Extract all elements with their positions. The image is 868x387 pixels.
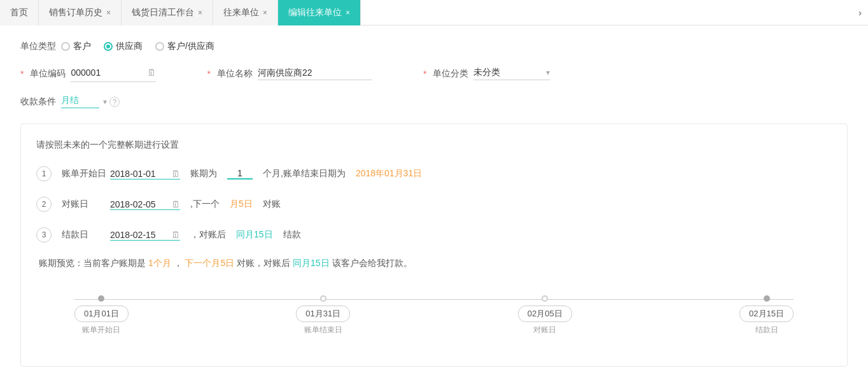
tab-more-button[interactable]: › — [852, 0, 868, 25]
tab-cash-work[interactable]: 钱货日清工作台 × — [122, 0, 213, 25]
preview-end: 该客户会给我打款。 — [332, 258, 412, 268]
timeline-label-1: 账单结束日 — [304, 325, 342, 335]
tab-cash-work-label: 钱货日清工作台 — [132, 7, 194, 18]
timeline-point-2: 02月05日 对账日 — [518, 290, 572, 335]
timeline-container: 01月01日 账单开始日 01月31日 账单结束日 02月05日 对账日 — [36, 285, 832, 356]
step-3-label: 结款日 — [62, 229, 100, 241]
unit-code-group: * 单位编码 🗓 — [20, 65, 156, 82]
step-3-highlight: 同月15日 — [236, 229, 273, 241]
step-3-desc-after: 结款 — [283, 229, 301, 241]
timeline-point-0: 01月01日 账单开始日 — [74, 290, 129, 335]
radio-supplier-circle — [104, 42, 113, 51]
step-1-date-field[interactable] — [110, 169, 167, 179]
unit-name-star: * — [207, 69, 210, 79]
tab-edit-partner-label: 编辑往来单位 — [288, 7, 342, 18]
section-title: 请按照未来的一个完整帐期进行设置 — [36, 139, 832, 151]
unit-type-radio-group: 客户 供应商 客户/供应商 — [61, 41, 214, 52]
page-content: 单位类型 客户 供应商 客户/供应商 * 单位编码 🗓 — [0, 25, 868, 387]
step-2-desc-after: 对账 — [263, 199, 281, 210]
tab-more-icon: › — [858, 8, 862, 18]
unit-classify-chevron: ▾ — [546, 68, 550, 77]
radio-customer[interactable]: 客户 — [61, 41, 91, 52]
unit-type-row: 单位类型 客户 供应商 客户/供应商 — [20, 41, 848, 52]
payment-terms-chevron: ▾ — [103, 97, 107, 106]
timeline-badge-3: 02月15日 — [739, 306, 794, 322]
timeline-dot-1 — [320, 295, 326, 302]
unit-classify-label: 单位分类 — [433, 68, 468, 80]
step-2-desc-before: ,下一个 — [190, 199, 220, 210]
timeline-label-2: 对账日 — [533, 325, 556, 335]
preview-comma1: ， — [174, 258, 183, 268]
step-1-period-label: 账期为 — [190, 168, 217, 179]
payment-terms-row: 收款条件 月结 ▾ ? — [20, 95, 848, 108]
preview-text: 账期预览：当前客户账期是 1个月 ， 下一个月5日 对账，对账后 同月15日 该… — [36, 258, 832, 269]
step-2-num: 2 — [36, 197, 52, 212]
unit-name-group: * 单位名称 — [207, 67, 372, 80]
unit-code-star: * — [20, 69, 24, 79]
payment-terms-help-icon[interactable]: ? — [109, 97, 120, 107]
timeline-badge-1: 01月31日 — [296, 306, 350, 322]
account-period-section: 请按照未来的一个完整帐期进行设置 1 账单开始日 🗓 账期为 个月,账单结束日期… — [20, 123, 848, 367]
timeline-points: 01月01日 账单开始日 01月31日 账单结束日 02月05日 对账日 — [74, 290, 794, 335]
tab-partner-unit[interactable]: 往来单位 × — [213, 0, 278, 25]
timeline-label-0: 账单开始日 — [82, 325, 120, 335]
preview-part1: 1个月 — [148, 258, 171, 268]
tab-partner-unit-close[interactable]: × — [263, 9, 267, 17]
timeline-dot-3 — [764, 295, 770, 302]
step-1-label: 账单开始日 — [62, 168, 100, 179]
step-3-date-field[interactable] — [110, 230, 167, 240]
preview-part3: 同月15日 — [293, 258, 330, 268]
payment-terms-value: 月结 — [61, 95, 99, 108]
step-3-calendar-icon[interactable]: 🗓 — [171, 230, 180, 240]
step-2-highlight: 月5日 — [230, 199, 253, 210]
step-3-num: 3 — [36, 227, 52, 243]
timeline-point-3: 02月15日 结款日 — [739, 290, 794, 335]
preview-middle: 对账，对账后 — [237, 258, 290, 268]
radio-customer-circle — [61, 42, 70, 51]
step-1-period-unit: 个月,账单结束日期为 — [263, 168, 346, 179]
radio-customer-supplier-circle — [155, 42, 164, 51]
step-3-desc-before: ，对账后 — [190, 229, 226, 241]
tab-partner-unit-label: 往来单位 — [223, 7, 259, 18]
unit-code-calendar-icon[interactable]: 🗓 — [147, 67, 156, 78]
timeline-point-1: 01月31日 账单结束日 — [296, 290, 350, 335]
step-1-end-date: 2018年01月31日 — [356, 168, 422, 179]
tab-edit-partner[interactable]: 编辑往来单位 × — [278, 0, 361, 25]
unit-classify-star: * — [423, 69, 426, 79]
timeline-badge-2: 02月05日 — [518, 306, 572, 322]
unit-classify-value: 未分类 — [473, 67, 542, 78]
step-2-calendar-icon[interactable]: 🗓 — [171, 199, 180, 209]
step-2-date-input: 🗓 — [110, 199, 180, 210]
unit-code-input[interactable] — [71, 65, 147, 80]
unit-info-row: * 单位编码 🗓 * 单位名称 * 单位分类 未分类 ▾ — [20, 65, 848, 82]
step-1-row: 1 账单开始日 🗓 账期为 个月,账单结束日期为 2018年01月31日 — [36, 166, 832, 181]
step-3-date-input: 🗓 — [110, 230, 180, 241]
radio-supplier-label: 供应商 — [116, 41, 143, 52]
step-1-date-input: 🗓 — [110, 169, 180, 179]
tab-sales-history[interactable]: 销售订单历史 × — [39, 0, 122, 25]
tab-sales-history-label: 销售订单历史 — [49, 7, 102, 18]
preview-label: 账期预览：当前客户账期是 — [39, 258, 146, 268]
payment-terms-select[interactable]: 月结 ▾ — [61, 95, 107, 108]
tab-home[interactable]: 首页 — [0, 0, 39, 25]
step-2-date-field[interactable] — [110, 199, 167, 209]
step-2-row: 2 对账日 🗓 ,下一个 月5日 对账 — [36, 197, 832, 212]
step-1-calendar-icon[interactable]: 🗓 — [171, 169, 180, 179]
unit-code-input-wrapper: 🗓 — [71, 65, 156, 82]
step-2-label: 对账日 — [62, 199, 100, 210]
radio-supplier[interactable]: 供应商 — [104, 41, 143, 52]
radio-customer-supplier[interactable]: 客户/供应商 — [155, 41, 214, 52]
unit-classify-select[interactable]: 未分类 ▾ — [473, 67, 550, 80]
tabs-bar: 首页 销售订单历史 × 钱货日清工作台 × 往来单位 × 编辑往来单位 × › — [0, 0, 868, 25]
unit-code-label: 单位编码 — [30, 68, 66, 80]
tab-sales-history-close[interactable]: × — [106, 9, 111, 17]
unit-classify-group: * 单位分类 未分类 ▾ — [423, 67, 550, 80]
tab-home-label: 首页 — [10, 7, 28, 18]
tab-cash-work-close[interactable]: × — [198, 9, 202, 17]
timeline-dot-0 — [98, 295, 104, 302]
step-1-period-input[interactable] — [227, 168, 253, 179]
step-3-row: 3 结款日 🗓 ，对账后 同月15日 结款 — [36, 227, 832, 243]
tab-edit-partner-close[interactable]: × — [346, 9, 350, 17]
radio-customer-label: 客户 — [73, 41, 91, 52]
unit-name-input[interactable] — [258, 67, 372, 80]
